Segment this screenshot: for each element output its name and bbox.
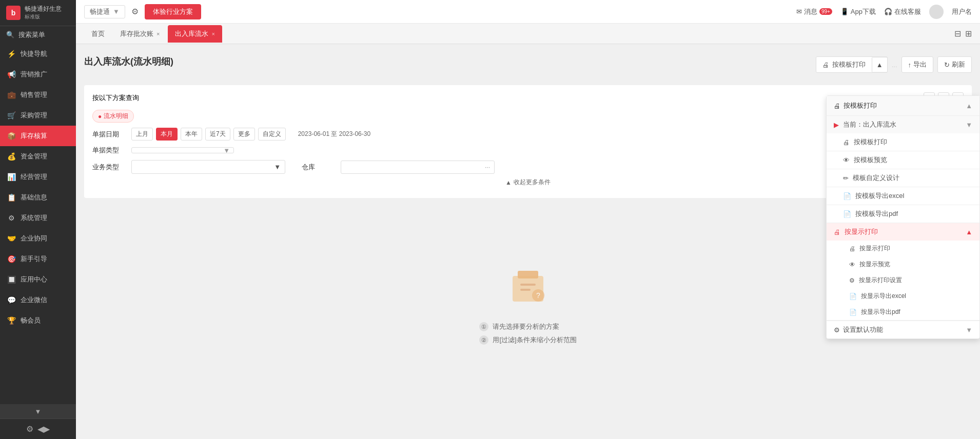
sidebar-item-inventory[interactable]: 📦 库存核算	[0, 126, 76, 146]
wechat-icon: 💬	[6, 296, 16, 304]
filter-title: 按以下方案查询	[92, 93, 139, 103]
topbar-app-title[interactable]: 畅捷通 ▼	[84, 5, 125, 18]
template-preview-section: 👁 按模板预览	[827, 151, 979, 169]
sidebar-scroll-down[interactable]: ▼	[0, 404, 76, 418]
sidebar-item-label: 畅会员	[21, 316, 41, 325]
page-content: 出入库流水(流水明细) 🖨 按模板打印 ▲ ... ↑ 导出	[76, 44, 980, 439]
user-avatar[interactable]	[929, 5, 944, 19]
dropdown-panel-up-arrow[interactable]: ▲	[966, 102, 972, 110]
tab-batch-account-close-icon[interactable]: ×	[156, 31, 160, 37]
flow-tag-label: 流水明细	[104, 112, 128, 121]
sidebar-item-label: 销售管理	[21, 90, 47, 99]
sidebar-item-operation[interactable]: 📊 经营管理	[0, 167, 76, 187]
date-btn-more[interactable]: 更多	[233, 128, 255, 141]
print-dropdown-arrow-button[interactable]: ▲	[872, 58, 887, 72]
app-edition: 标准版	[25, 13, 62, 21]
tab-stock-flow-label: 出入库流水	[175, 29, 208, 38]
template-custom-label: 模板自定义设计	[853, 173, 899, 183]
tab-home-label: 首页	[91, 29, 105, 38]
panel-scroll: ▶ 当前：出入库流水 ▼ 🖨 按模板打印 👁	[827, 116, 979, 321]
sidebar-item-label: 企业微信	[21, 295, 47, 305]
template-pdf-item[interactable]: 📄 按模板导出pdf	[827, 205, 979, 223]
display-print-arrow-icon: ▲	[966, 228, 972, 236]
online-service-button[interactable]: 🎧 在线客服	[884, 7, 921, 16]
member-icon: 🏆	[6, 316, 16, 325]
template-excel-item[interactable]: 📄 按模板导出excel	[827, 187, 979, 205]
refresh-label: 刷新	[952, 60, 965, 69]
sidebar-item-sales[interactable]: 💼 销售管理	[0, 85, 76, 105]
tab-batch-account[interactable]: 库存批次账 ×	[113, 25, 167, 43]
printer-header-icon: 🖨	[834, 102, 840, 110]
trial-button[interactable]: 体验行业方案	[145, 4, 201, 19]
topbar-gear-icon[interactable]: ⚙	[131, 7, 139, 16]
date-btn-last-month[interactable]: 上月	[131, 128, 153, 141]
display-print-settings-icon: ⚙	[849, 277, 855, 284]
template-preview-icon: 👁	[843, 156, 850, 164]
display-print-settings-item[interactable]: ⚙ 按显示打印设置	[827, 272, 979, 288]
display-print-header[interactable]: 🖨 按显示打印 ▲	[827, 223, 979, 241]
tab-maximize-icon[interactable]: ⊞	[965, 29, 972, 38]
sidebar-settings-icon[interactable]: ⚙	[26, 424, 33, 434]
message-button[interactable]: ✉ 消息 99+	[796, 7, 832, 16]
sidebar-item-finance[interactable]: 💰 资金管理	[0, 146, 76, 167]
sidebar-item-purchase[interactable]: 🛒 采购管理	[0, 105, 76, 126]
sidebar-item-wechat[interactable]: 💬 企业微信	[0, 290, 76, 310]
app-logo-icon: b	[6, 6, 21, 20]
search-menu-label: 搜索菜单	[18, 30, 45, 39]
refresh-button[interactable]: ↻ 刷新	[937, 56, 972, 73]
set-default-button[interactable]: ⚙ 设置默认功能	[834, 325, 883, 334]
template-print-button[interactable]: 🖨 按模板打印	[816, 57, 872, 72]
warehouse-select[interactable]: ···	[341, 161, 495, 174]
doctype-select[interactable]	[131, 147, 234, 153]
biztype-select[interactable]: ▼	[131, 160, 285, 174]
quick-nav-icon: ⚡	[6, 50, 16, 58]
sidebar-item-appcenter[interactable]: 🔲 应用中心	[0, 269, 76, 290]
display-preview-item[interactable]: 👁 按显示预览	[827, 256, 979, 272]
sidebar-item-guide[interactable]: 🎯 新手引导	[0, 249, 76, 269]
panel-footer: ⚙ 设置默认功能 ▼	[827, 321, 979, 338]
date-btn-last-7days[interactable]: 近7天	[205, 128, 230, 141]
sidebar-nav: ⚡ 快捷导航 📢 营销推广 💼 销售管理 🛒 采购管理 📦 库存核算 💰	[0, 44, 76, 404]
sidebar-item-label: 经营管理	[21, 172, 47, 182]
date-btn-custom[interactable]: 自定义	[258, 128, 286, 141]
tab-minimize-icon[interactable]: ⊟	[954, 29, 961, 38]
step-num-1: ①	[479, 322, 488, 331]
date-btn-this-year[interactable]: 本年	[181, 128, 202, 141]
tab-batch-account-label: 库存批次账	[120, 29, 153, 38]
current-arrow-icon[interactable]: ▼	[966, 121, 972, 129]
main-content: 畅捷通 ▼ ⚙ 体验行业方案 ✉ 消息 99+ 📱 App下载 🎧 在线客服	[76, 0, 980, 439]
display-pdf-item[interactable]: 📄 按显示导出pdf	[827, 304, 979, 320]
sidebar-item-quick-nav[interactable]: ⚡ 快捷导航	[0, 44, 76, 64]
app-download-button[interactable]: 📱 App下载	[840, 7, 876, 16]
sidebar-item-basic[interactable]: 📋 基础信息	[0, 187, 76, 208]
display-pdf-label: 按显示导出pdf	[861, 308, 900, 316]
sidebar-item-marketing[interactable]: 📢 营销推广	[0, 64, 76, 85]
doctype-label: 单据类型	[92, 146, 123, 155]
tab-home[interactable]: 首页	[84, 25, 112, 43]
template-print-item[interactable]: 🖨 按模板打印	[827, 133, 979, 151]
template-custom-item[interactable]: ✏ 模板自定义设计	[827, 169, 979, 187]
svg-rect-2	[520, 284, 536, 286]
message-label: 消息	[804, 7, 817, 16]
flow-tag[interactable]: ● 流水明细	[92, 110, 134, 123]
appcenter-icon: 🔲	[6, 275, 16, 284]
guide-icon: 🎯	[6, 255, 16, 263]
tab-stock-flow-close-icon[interactable]: ×	[211, 31, 214, 37]
warehouse-label: 仓库	[302, 163, 332, 172]
operation-icon: 📊	[6, 173, 16, 181]
sidebar-item-label: 应用中心	[21, 275, 47, 284]
date-btn-this-month[interactable]: 本月	[156, 128, 178, 141]
tab-stock-flow[interactable]: 出入库流水 ×	[168, 25, 222, 43]
sidebar-item-system[interactable]: ⚙ 系统管理	[0, 208, 76, 228]
topbar: 畅捷通 ▼ ⚙ 体验行业方案 ✉ 消息 99+ 📱 App下载 🎧 在线客服	[76, 0, 980, 24]
sidebar-item-member[interactable]: 🏆 畅会员	[0, 310, 76, 331]
template-preview-item[interactable]: 👁 按模板预览	[827, 151, 979, 169]
search-menu-item[interactable]: 🔍 搜索菜单	[0, 26, 76, 44]
export-button[interactable]: ↑ 导出	[901, 56, 934, 73]
sidebar-item-collab[interactable]: 🤝 企业协同	[0, 228, 76, 249]
date-label: 单据日期	[92, 130, 123, 139]
sidebar-collapse-icon[interactable]: ◀▶	[37, 424, 50, 434]
display-excel-item[interactable]: 📄 按显示导出excel	[827, 288, 979, 304]
panel-footer-arrow-icon: ▼	[966, 326, 972, 334]
display-print-sub-item[interactable]: 🖨 按显示打印	[827, 241, 979, 256]
